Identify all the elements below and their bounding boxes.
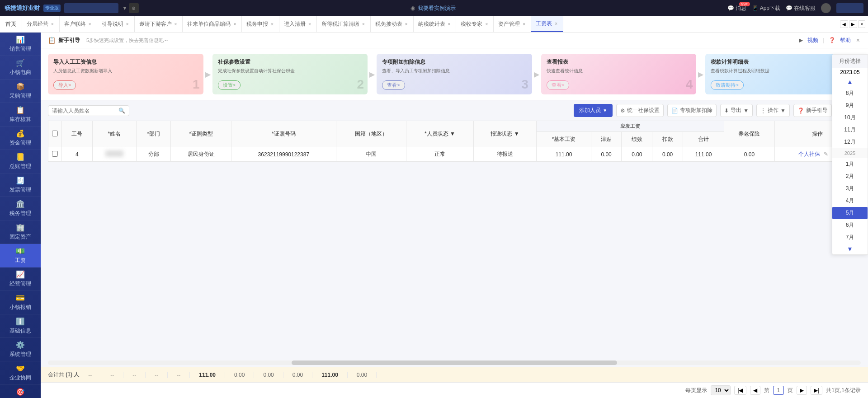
close-tongji-icon[interactable]: × bbox=[447, 21, 452, 27]
sidebar-item-marketing[interactable]: 💳 小畅报销 bbox=[0, 291, 41, 314]
sidebar-item-general[interactable]: 📒 总账管理 bbox=[0, 150, 41, 173]
close-suode-icon[interactable]: × bbox=[361, 21, 366, 27]
month-9[interactable]: 9月 bbox=[832, 99, 868, 112]
edit-icon[interactable]: ✎ bbox=[824, 151, 828, 157]
month-6[interactable]: 6月 bbox=[832, 219, 868, 231]
row-checkbox[interactable] bbox=[52, 151, 58, 157]
sidebar-item-finance[interactable]: 💰 资金管理 bbox=[0, 126, 41, 150]
sidebar-item-inventory[interactable]: 📋 库存核算 bbox=[0, 103, 41, 126]
month-5[interactable]: 5月 bbox=[832, 207, 868, 219]
close-yaoqing-icon[interactable]: × bbox=[174, 21, 178, 27]
table-container: 工号 *姓名 *部门 *证照类型 *证照号码 国籍（地区） *人员状态 ▼ 报送… bbox=[41, 121, 868, 359]
tab-yaoqing[interactable]: 邀请下游客户 × bbox=[135, 16, 183, 32]
tab-kehu[interactable]: 客户联络 × bbox=[60, 16, 97, 32]
new-guide-button[interactable]: ❓ 新手引导 bbox=[793, 104, 832, 117]
footer-jixiao: 0.00 bbox=[254, 372, 283, 378]
help-link[interactable]: 帮助 bbox=[840, 37, 851, 44]
tab-zichan[interactable]: 资产管理 × bbox=[494, 16, 531, 32]
close-shuiwu-icon[interactable]: × bbox=[270, 21, 274, 27]
month-12[interactable]: 12月 bbox=[832, 136, 868, 148]
last-page-button[interactable]: ▶| bbox=[811, 386, 822, 395]
status-filter-icon[interactable]: ▼ bbox=[450, 131, 455, 137]
step5-btn[interactable]: 敬请期待> bbox=[711, 80, 743, 90]
sidebar-item-basic[interactable]: ℹ️ 基础信息 bbox=[0, 314, 41, 338]
video-link[interactable]: 视频 bbox=[807, 37, 818, 44]
demo-link[interactable]: 我要看实例演示 bbox=[418, 5, 456, 12]
guide-close-icon[interactable]: × bbox=[855, 36, 861, 44]
tab-wanglai[interactable]: 往来单位商品编码 × bbox=[183, 16, 242, 32]
export-button[interactable]: ⬇ 导出 ▼ bbox=[720, 104, 753, 117]
month-4[interactable]: 4月 bbox=[832, 195, 868, 207]
step3-desc: 查看、导入员工专项附加扣除信息 bbox=[382, 68, 527, 74]
arrow3-icon: ▶ bbox=[532, 70, 541, 79]
tab-tongji[interactable]: 纳税统计表 × bbox=[414, 16, 457, 32]
tab-fenceng[interactable]: 分层经营 × bbox=[22, 16, 60, 32]
online-service-button[interactable]: 💬 在线客服 bbox=[786, 5, 816, 12]
close-jinru-icon[interactable]: × bbox=[307, 21, 312, 27]
close-kehu-icon[interactable]: × bbox=[88, 21, 92, 27]
app-download-button[interactable]: 📱 App下载 bbox=[752, 5, 780, 12]
social-settings-button[interactable]: ⚙ 统一社保设置 bbox=[616, 104, 664, 117]
page-size-select[interactable]: 10 20 50 bbox=[711, 385, 731, 395]
step1-btn[interactable]: 导入> bbox=[53, 80, 76, 90]
month-8[interactable]: 8月 bbox=[832, 87, 868, 99]
sidebar-item-tax[interactable]: 🏛️ 税务管理 bbox=[0, 197, 41, 220]
step4-btn[interactable]: 查看> bbox=[547, 80, 569, 90]
tab-home[interactable]: 首页 bbox=[0, 16, 22, 32]
sidebar-item-guide[interactable]: 🎯 新手引导 bbox=[0, 385, 41, 398]
sidebar-item-salary[interactable]: 💵 工资 bbox=[0, 244, 41, 267]
tab-zhuanjia[interactable]: 税收专家 × bbox=[456, 16, 494, 32]
tabs-scroll: 分层经营 × 客户联络 × 引导说明 × 邀请下游客户 × 往来单位商品编码 ×… bbox=[22, 16, 837, 32]
tab-jinru[interactable]: 进入清册 × bbox=[279, 16, 317, 32]
year-up-button[interactable]: ▲ bbox=[845, 77, 855, 86]
report-filter-icon[interactable]: ▼ bbox=[514, 131, 519, 137]
individual-tax-link[interactable]: 个人社保 bbox=[798, 151, 820, 157]
close-zhuanjia-icon[interactable]: × bbox=[484, 21, 489, 27]
next-page-button[interactable]: ▶ bbox=[797, 386, 807, 395]
month-11[interactable]: 11月 bbox=[832, 124, 868, 136]
sidebar-item-operations[interactable]: 📈 经营管理 bbox=[0, 267, 41, 291]
month-2[interactable]: 2月 bbox=[832, 170, 868, 183]
operations-button[interactable]: ⋮ 操作 ▼ bbox=[756, 104, 790, 117]
tab-mianzhe[interactable]: 税免披动表 × bbox=[371, 16, 414, 32]
close-gongzi-icon[interactable]: × bbox=[554, 21, 558, 27]
month-7[interactable]: 7月 bbox=[832, 231, 868, 243]
sidebar-item-xiaochang[interactable]: 🛒 小畅电商 bbox=[0, 56, 41, 80]
close-wanglai-icon[interactable]: × bbox=[232, 21, 237, 27]
sidebar: 📊 销售管理 🛒 小畅电商 📦 采购管理 📋 库存核算 💰 资金管理 📒 总账管… bbox=[0, 33, 41, 398]
tab-gongzi[interactable]: 工资表 × bbox=[531, 16, 563, 32]
tab-shuiwu[interactable]: 税务申报 × bbox=[242, 16, 279, 32]
horizontal-scrollbar[interactable] bbox=[48, 361, 861, 365]
first-page-button[interactable]: |◀ bbox=[734, 386, 746, 395]
tab-prev-button[interactable]: ◀ bbox=[840, 20, 848, 28]
search-icon[interactable]: 🔍 bbox=[118, 108, 125, 114]
close-yindao-icon[interactable]: × bbox=[125, 21, 130, 27]
message-button[interactable]: 💬 消息 99+ bbox=[727, 5, 746, 12]
close-zichan-icon[interactable]: × bbox=[522, 21, 526, 27]
tab-close-all-button[interactable]: × bbox=[858, 20, 865, 28]
sidebar-item-system[interactable]: ⚙️ 系统管理 bbox=[0, 338, 41, 361]
user-avatar[interactable] bbox=[821, 3, 831, 13]
sidebar-item-sales[interactable]: 📊 销售管理 bbox=[0, 33, 41, 56]
sidebar-item-purchase[interactable]: 📦 采购管理 bbox=[0, 80, 41, 103]
cell-zhengjiannum: 36232119990122387 bbox=[231, 147, 336, 162]
tab-suode[interactable]: 所得税汇算清缴 × bbox=[317, 16, 371, 32]
add-person-button[interactable]: 添加人员 ▼ bbox=[574, 104, 613, 117]
search-input[interactable] bbox=[52, 108, 117, 114]
sidebar-item-coop[interactable]: 🤝 企业协同 bbox=[0, 361, 41, 385]
sidebar-item-assets[interactable]: 🏢 固定资产 bbox=[0, 220, 41, 244]
month-1[interactable]: 1月 bbox=[832, 158, 868, 170]
sidebar-item-invoice[interactable]: 🧾 发票管理 bbox=[0, 173, 41, 197]
special-deduct-button[interactable]: 📄 专项附加扣除 bbox=[667, 104, 717, 117]
prev-page-button[interactable]: ◀ bbox=[750, 386, 760, 395]
tab-next-button[interactable]: ▶ bbox=[849, 20, 857, 28]
close-fenceng-icon[interactable]: × bbox=[50, 21, 55, 27]
step2-btn[interactable]: 设置> bbox=[218, 80, 241, 90]
select-all-checkbox[interactable] bbox=[52, 131, 58, 136]
close-mianzhe-icon[interactable]: × bbox=[404, 21, 409, 27]
step3-btn[interactable]: 查看> bbox=[382, 80, 405, 90]
tab-yindao[interactable]: 引导说明 × bbox=[97, 16, 135, 32]
year-down-button[interactable]: ▼ bbox=[845, 244, 855, 253]
month-10[interactable]: 10月 bbox=[832, 112, 868, 124]
month-3[interactable]: 3月 bbox=[832, 183, 868, 195]
